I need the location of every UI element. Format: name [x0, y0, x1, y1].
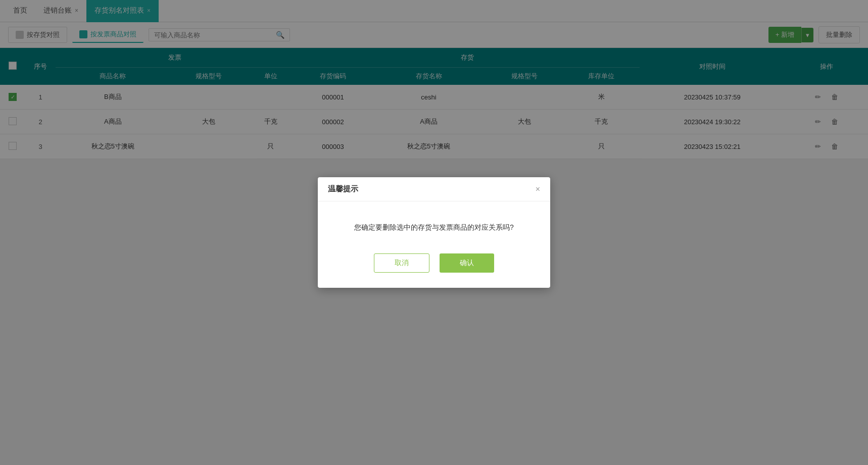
modal-overlay: 温馨提示 × 您确定要删除选中的存货与发票商品的对应关系吗? 取消 确认 [0, 0, 868, 159]
